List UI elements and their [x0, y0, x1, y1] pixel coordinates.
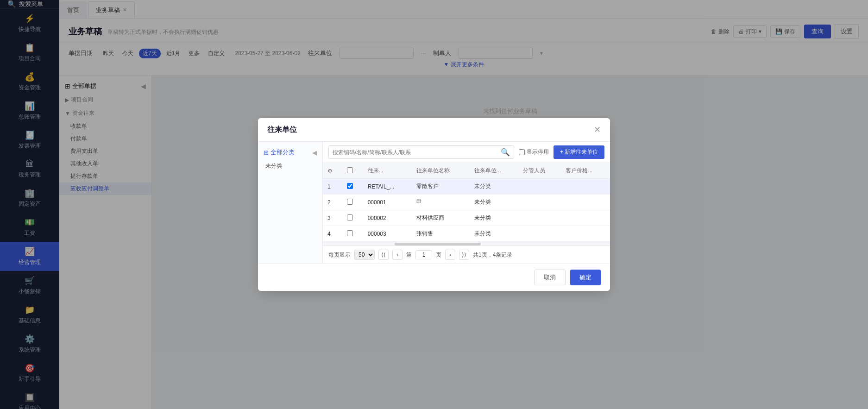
table-row[interactable]: 4 000003 张销售 未分类 [323, 226, 610, 242]
row-category: 未分类 [470, 195, 519, 210]
row-no: 3 [323, 210, 342, 226]
th-category: 往来单位... [470, 163, 519, 179]
row-price [561, 210, 610, 226]
th-sales: 分管人员 [518, 163, 561, 179]
total-label: 共1页，4条记录 [473, 251, 512, 259]
partner-table: ⚙ 往来... 往来单位名称 往来单位... 分管人员 客户价格... [323, 163, 610, 242]
row-category: 未分类 [470, 179, 519, 195]
row-no: 1 [323, 179, 342, 195]
modal-pagination: 每页显示 50 ⟨⟨ ‹ 第 页 › ⟩⟩ 共1页，4条记录 [323, 245, 610, 264]
row-name: 张销售 [412, 226, 470, 242]
page-size-label: 每页显示 [328, 251, 351, 259]
confirm-button[interactable]: 确定 [570, 270, 601, 285]
select-all-checkbox[interactable] [347, 167, 353, 173]
th-name: 往来单位名称 [412, 163, 470, 179]
modal-category-header: ⊞ 全部分类 ◀ [258, 145, 322, 159]
modal-close-button[interactable]: ✕ [594, 125, 601, 135]
row-price [561, 226, 610, 242]
row-name: 零散客户 [412, 179, 470, 195]
partner-modal: 往来单位 ✕ ⊞ 全部分类 ◀ 未分类 [258, 118, 610, 291]
row-price [561, 179, 610, 195]
show-disabled-label: 显示停用 [527, 148, 549, 156]
row-price [561, 195, 610, 210]
modal-category-panel: ⊞ 全部分类 ◀ 未分类 [258, 142, 323, 264]
show-disabled-wrap: 显示停用 [519, 148, 549, 156]
modal-footer: 取消 确定 [258, 264, 610, 291]
table-row[interactable]: 2 000001 甲 未分类 [323, 195, 610, 210]
th-checkbox [342, 163, 363, 179]
last-page-btn[interactable]: ⟩⟩ [459, 250, 469, 260]
add-partner-button[interactable]: + 新增往来单位 [554, 145, 604, 159]
page-size-select[interactable]: 50 [354, 250, 375, 260]
show-disabled-checkbox[interactable] [519, 149, 525, 155]
row-code: 000001 [363, 195, 412, 210]
row-sales [518, 195, 561, 210]
row-checkbox[interactable] [342, 179, 363, 195]
row-no: 4 [323, 226, 342, 242]
search-input[interactable] [333, 149, 498, 156]
row-category: 未分类 [470, 226, 519, 242]
modal-title: 往来单位 [267, 125, 297, 135]
page-word: 页 [436, 251, 441, 259]
th-code: 往来... [363, 163, 412, 179]
cancel-button[interactable]: 取消 [534, 270, 566, 285]
row-name: 甲 [412, 195, 470, 210]
search-input-wrap[interactable]: 🔍 [328, 145, 514, 159]
table-header-row: ⚙ 往来... 往来单位名称 往来单位... 分管人员 客户价格... [323, 163, 610, 179]
row-no: 2 [323, 195, 342, 210]
first-page-btn[interactable]: ⟨⟨ [378, 250, 389, 260]
row-sales [518, 226, 561, 242]
row-checkbox[interactable] [342, 226, 363, 242]
page-number-input[interactable] [415, 250, 432, 259]
row-checkbox[interactable] [342, 195, 363, 210]
modal-overlay[interactable]: 往来单位 ✕ ⊞ 全部分类 ◀ 未分类 [0, 0, 868, 409]
partner-table-body: 1 RETAIL_... 零散客户 未分类 2 [323, 179, 610, 242]
category-grid-icon: ⊞ [264, 149, 269, 156]
row-name: 材料供应商 [412, 210, 470, 226]
row-checkbox[interactable] [342, 210, 363, 226]
modal-table: ⚙ 往来... 往来单位名称 往来单位... 分管人员 客户价格... [323, 163, 610, 242]
category-item-unclassified[interactable]: 未分类 [258, 159, 322, 173]
table-row[interactable]: 3 000002 材料供应商 未分类 [323, 210, 610, 226]
page-no-label: 第 [406, 251, 412, 259]
row-code: RETAIL_... [363, 179, 412, 195]
th-settings: ⚙ [323, 163, 342, 179]
horizontal-scrollbar[interactable] [323, 242, 610, 245]
next-page-btn[interactable]: › [445, 250, 455, 260]
prev-page-btn[interactable]: ‹ [392, 250, 403, 260]
scrollbar-thumb [395, 243, 481, 245]
row-code: 000002 [363, 210, 412, 226]
th-price: 客户价格... [561, 163, 610, 179]
modal-body: ⊞ 全部分类 ◀ 未分类 🔍 显示停用 [258, 142, 610, 264]
row-sales [518, 210, 561, 226]
row-code: 000003 [363, 226, 412, 242]
collapse-category-btn[interactable]: ◀ [312, 149, 317, 156]
row-sales [518, 179, 561, 195]
modal-right-panel: 🔍 显示停用 + 新增往来单位 ⚙ [323, 142, 610, 264]
search-icon: 🔍 [501, 148, 510, 157]
settings-icon[interactable]: ⚙ [327, 168, 333, 174]
table-row[interactable]: 1 RETAIL_... 零散客户 未分类 [323, 179, 610, 195]
modal-toolbar: 🔍 显示停用 + 新增往来单位 [323, 142, 610, 163]
row-category: 未分类 [470, 210, 519, 226]
modal-header: 往来单位 ✕ [258, 118, 610, 142]
category-header-label: 全部分类 [270, 148, 295, 157]
